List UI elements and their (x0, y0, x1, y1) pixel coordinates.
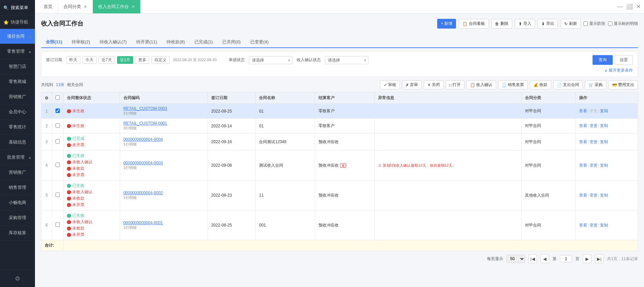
row-checkbox[interactable] (52, 104, 64, 119)
action-btn-out-contract[interactable]: 📄支出合同 (553, 80, 583, 89)
next-page-btn[interactable]: ▶ (583, 254, 592, 263)
op-变更-btn[interactable]: 变更 (590, 123, 598, 128)
action-btn-abandon[interactable]: ✗弃审 (402, 80, 422, 89)
row-checkbox[interactable] (52, 119, 64, 133)
income-status-select[interactable]: 请选择 (325, 56, 369, 64)
expand-filter-btn[interactable]: ∨ 展开更多条件 (604, 68, 633, 73)
op-查看-btn[interactable]: 查看 (579, 193, 587, 198)
contract-code-link[interactable]: 0000000000004-0003 (123, 161, 163, 165)
settings-button[interactable]: 设置 (615, 55, 633, 65)
subtab-pending-income[interactable]: 待收入确认(7) (95, 37, 131, 48)
sidebar-item-member[interactable]: 会员中心 (0, 105, 35, 120)
subtab-changed[interactable]: 已变更(4) (245, 37, 273, 48)
sidebar-item-ecom[interactable]: 零售商城 (0, 74, 35, 89)
sidebar-item-retail[interactable]: 零售管理▲ (0, 44, 35, 59)
last7-btn[interactable]: 近7天 (99, 56, 115, 64)
sidebar-item-marketing[interactable]: 营销推广 (0, 89, 35, 105)
contract-code-link[interactable]: 0000000000004-0002 (123, 191, 163, 195)
show-details-check[interactable]: 显示标的明细 (608, 21, 638, 27)
op-复制-btn[interactable]: 复制 (600, 193, 608, 198)
tab-close-contract-category[interactable]: ✕ (84, 4, 87, 9)
sidebar-item-purchase[interactable]: 采购管理 (0, 210, 35, 226)
action-btn-purchase[interactable]: 🛒采购 (585, 80, 606, 89)
last1month-btn[interactable]: 近1月 (117, 56, 134, 64)
subtab-all[interactable]: 全部(11) (41, 37, 67, 48)
action-btn-open[interactable]: □打开 (446, 80, 464, 89)
count-num[interactable]: 11张 (56, 82, 64, 88)
op-复制-btn[interactable]: 复制 (600, 163, 608, 168)
row-checkbox[interactable] (52, 180, 64, 210)
contract-code-link[interactable]: RETAIL_CUSTOM-0003 (123, 106, 167, 111)
show-stages-check[interactable]: 显示阶段 (583, 21, 605, 27)
custom-btn[interactable]: 自定义 (151, 56, 169, 64)
sidebar-item-base[interactable]: 基础信息 (0, 135, 35, 150)
page-input[interactable] (560, 255, 572, 262)
op-查看-btn[interactable]: 查看 (579, 109, 587, 113)
action-btn-collect[interactable]: 💰收款 (530, 80, 551, 89)
contract-code-link[interactable]: RETAIL_CUSTOM-0001 (123, 121, 167, 126)
subtab-pending-review[interactable]: 待审核(2) (67, 37, 95, 48)
first-page-btn[interactable]: |◀ (528, 254, 537, 263)
table-scroll-area[interactable]: ⚙ 合同整体状态 合同编码 签订日期 合同名称 结算客户 异常信息 合同分类 操… (41, 92, 638, 251)
tab-close-income-workspace[interactable]: ✕ (131, 4, 135, 9)
op-查看-btn[interactable]: 查看 (579, 139, 587, 144)
subtab-pending-payment[interactable]: 待收款(8) (162, 37, 190, 48)
action-btn-close[interactable]: ✕关闭 (424, 80, 444, 89)
tab-contract-category[interactable]: 合同分类✕ (58, 0, 93, 13)
sidebar-item-sales[interactable]: 营销推广 (0, 165, 35, 180)
op-复制-btn[interactable]: 复制 (600, 139, 608, 144)
subtab-pending-invoice[interactable]: 待开票(11) (131, 37, 162, 48)
more-btn[interactable]: 更多 (135, 56, 149, 64)
tab-income-workspace[interactable]: 收入合同工作台✕ (93, 0, 141, 13)
action-btn-income-confirm[interactable]: 📋收入确认 (466, 80, 496, 89)
sidebar-item-wholesale[interactable]: 批发管理▲ (0, 150, 35, 165)
doc-status-select[interactable]: 请选择 (249, 56, 293, 64)
page-size-select[interactable]: 50 100 200 (506, 255, 525, 263)
contract-code-link[interactable]: 0000000000004-0004 (123, 137, 163, 142)
op-查看-btn[interactable]: 查看 (579, 223, 587, 228)
delete-button[interactable]: 🗑 删除 (491, 19, 512, 29)
op-复制-btn[interactable]: 复制 (600, 109, 608, 113)
yesterday-btn[interactable]: 昨天 (66, 56, 80, 64)
sidebar-quick-nav[interactable]: ⭐ 快捷导航 (0, 16, 35, 29)
window-maximize-icon[interactable]: ⬜ (626, 3, 633, 10)
window-minimize-icon[interactable]: — (617, 4, 623, 10)
import-button[interactable]: ⬆ 导入 (515, 19, 535, 29)
sidebar-item-smart-store[interactable]: 智慧门店 (0, 59, 35, 74)
action-btn-expense[interactable]: 💳费用支出 (608, 80, 638, 89)
op-复制-btn[interactable]: 复制 (600, 123, 608, 128)
kanban-button[interactable]: 📋 合同看板 (459, 19, 489, 29)
prev-page-btn[interactable]: ◀ (540, 254, 549, 263)
row-checkbox[interactable] (52, 133, 64, 151)
sidebar-item-salesmgr[interactable]: 销售管理 (0, 180, 35, 195)
subtab-completed[interactable]: 已完成(1) (190, 37, 218, 48)
settings-col-header[interactable]: ⚙ (41, 92, 52, 104)
export-button[interactable]: ⬇ 导出 (538, 19, 558, 29)
op-查看-btn[interactable]: 查看 (579, 123, 587, 128)
op-变更-btn[interactable]: 变更 (590, 193, 598, 198)
row-checkbox[interactable] (52, 210, 64, 240)
refresh-button[interactable]: ↻ 刷新 (561, 19, 581, 29)
search-button[interactable]: 查询 (593, 55, 613, 65)
op-变更-btn[interactable]: 变更 (590, 223, 598, 228)
today-btn[interactable]: 今天 (82, 56, 97, 64)
sidebar-item-project[interactable]: 项目合同▲ (0, 29, 35, 44)
action-btn-review[interactable]: ✓审核 (380, 80, 400, 89)
add-button[interactable]: + 新增 (437, 19, 456, 29)
contract-code-link[interactable]: 0000000000004-0001 (123, 220, 163, 225)
op-变更-btn[interactable]: 变更 (590, 139, 598, 144)
tab-home[interactable]: 首页 (38, 0, 58, 13)
sidebar-item-xiaochang[interactable]: 小畅电商 (0, 195, 35, 210)
last-page-btn[interactable]: ▶| (595, 254, 604, 263)
op-复制-btn[interactable]: 复制 (600, 223, 608, 228)
sidebar-item-inventory[interactable]: 库存核算 (0, 226, 35, 241)
row-checkbox[interactable] (52, 151, 64, 180)
sidebar-item-stat[interactable]: 零售统计 (0, 120, 35, 135)
op-变更-btn[interactable]: 变更 (590, 163, 598, 168)
op-查看-btn[interactable]: 查看 (579, 163, 587, 168)
subtab-closed[interactable]: 已关闭(0) (218, 37, 245, 48)
window-close-icon[interactable]: ✕ (636, 3, 641, 10)
sidebar-search[interactable]: 🔍 搜索菜单 (0, 0, 35, 16)
action-btn-sales-invoice[interactable]: 🧾销售发票 (498, 80, 528, 89)
checkbox-col-header[interactable] (52, 92, 64, 104)
